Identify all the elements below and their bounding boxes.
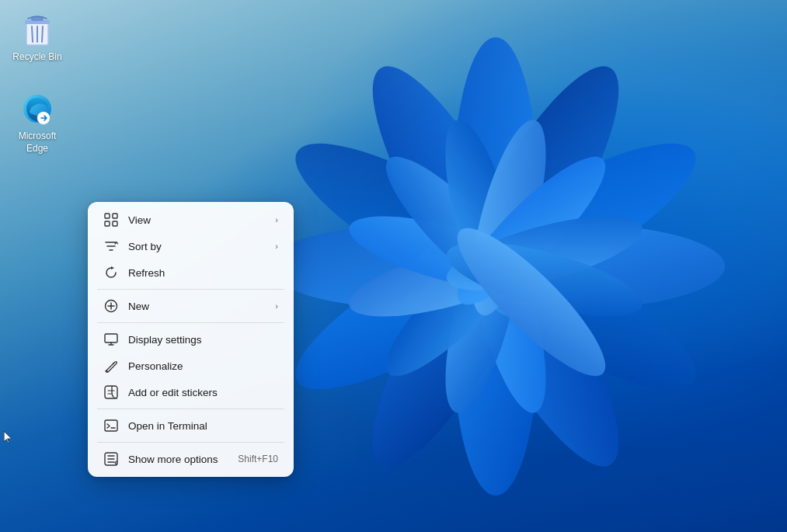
view-icon — [103, 212, 119, 228]
more-options-label: Show more options — [128, 454, 238, 465]
context-menu-new[interactable]: New › — [91, 293, 291, 319]
sort-arrow: › — [275, 242, 278, 251]
recycle-bin-icon[interactable]: Recycle Bin — [6, 6, 68, 68]
more-options-shortcut: Shift+F10 — [238, 454, 278, 464]
refresh-icon — [103, 265, 119, 280]
svg-rect-35 — [105, 386, 117, 398]
wallpaper-bloom — [243, 14, 748, 519]
stickers-label: Add or edit stickers — [128, 387, 278, 398]
recycle-bin-label: Recycle Bin — [12, 51, 61, 64]
new-label: New — [128, 301, 275, 312]
mouse-cursor — [4, 431, 13, 445]
microsoft-edge-icon[interactable]: Microsoft Edge — [6, 85, 68, 159]
context-menu-personalize[interactable]: Personalize — [91, 353, 291, 379]
context-menu-more-options[interactable]: Show more options Shift+F10 — [91, 446, 291, 472]
context-menu-stickers[interactable]: Add or edit stickers — [91, 379, 291, 405]
svg-rect-32 — [113, 221, 117, 226]
new-icon — [103, 298, 119, 314]
new-arrow: › — [275, 301, 278, 311]
sort-by-label: Sort by — [128, 241, 275, 252]
svg-rect-29 — [105, 214, 110, 218]
divider-2 — [97, 322, 284, 323]
terminal-label: Open in Terminal — [128, 420, 278, 432]
context-menu-sort-by[interactable]: Sort by › — [91, 233, 291, 259]
divider-4 — [97, 442, 284, 443]
svg-rect-30 — [113, 214, 117, 218]
svg-rect-31 — [105, 221, 110, 226]
stickers-icon — [103, 384, 119, 400]
display-settings-label: Display settings — [128, 334, 278, 346]
context-menu-terminal[interactable]: Open in Terminal — [91, 412, 291, 439]
divider-1 — [97, 289, 284, 290]
divider-3 — [97, 409, 284, 409]
context-menu-view[interactable]: View › — [91, 207, 291, 233]
display-settings-icon — [103, 332, 119, 347]
view-arrow: › — [275, 215, 278, 224]
svg-rect-36 — [105, 420, 117, 431]
personalize-icon — [103, 358, 119, 374]
context-menu-refresh[interactable]: Refresh — [91, 259, 291, 286]
microsoft-edge-label: Microsoft Edge — [11, 130, 64, 155]
view-label: View — [128, 214, 275, 226]
refresh-label: Refresh — [128, 267, 278, 279]
sort-icon — [103, 238, 119, 254]
svg-rect-34 — [105, 334, 117, 342]
terminal-icon — [103, 418, 119, 433]
more-options-icon — [103, 451, 119, 467]
recycle-bin-image — [19, 11, 56, 48]
microsoft-edge-image — [19, 90, 56, 127]
personalize-label: Personalize — [128, 360, 278, 372]
context-menu: View › Sort by › Refresh — [88, 202, 294, 477]
context-menu-display-settings[interactable]: Display settings — [91, 326, 291, 353]
